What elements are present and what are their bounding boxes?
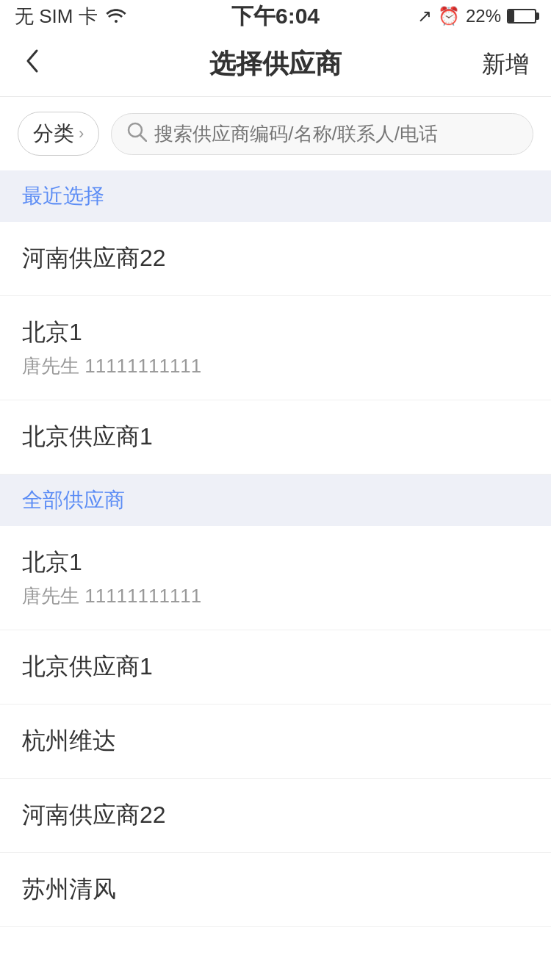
back-button[interactable] bbox=[22, 45, 81, 84]
status-left: 无 SIM 卡 bbox=[15, 4, 127, 29]
item-name: 北京1 bbox=[22, 547, 529, 579]
item-name: 北京供应商1 bbox=[22, 651, 529, 683]
wifi-icon bbox=[105, 5, 127, 28]
item-name: 北京供应商1 bbox=[22, 421, 529, 453]
all-list-item[interactable]: 北京1 唐先生 11111111111 bbox=[0, 526, 551, 630]
item-name: 杭州维达 bbox=[22, 725, 529, 757]
status-bar: 无 SIM 卡 下午6:04 ↗ ⏰ 22% bbox=[0, 0, 551, 32]
all-section-label: 全部供应商 bbox=[22, 489, 125, 511]
svg-line-1 bbox=[140, 135, 146, 141]
alarm-icon: ⏰ bbox=[438, 6, 460, 26]
recent-section-label: 最近选择 bbox=[22, 184, 104, 207]
item-sub: 唐先生 11111111111 bbox=[22, 583, 529, 609]
add-button[interactable]: 新增 bbox=[470, 48, 529, 81]
recent-list: 河南供应商22 北京1 唐先生 11111111111 北京供应商1 bbox=[0, 222, 551, 475]
nav-bar: 选择供应商 新增 bbox=[0, 32, 551, 97]
recent-list-item[interactable]: 北京1 唐先生 11111111111 bbox=[0, 296, 551, 400]
item-name: 河南供应商22 bbox=[22, 242, 529, 275]
all-list: 北京1 唐先生 11111111111 北京供应商1 杭州维达 河南供应商22 … bbox=[0, 526, 551, 927]
page-title: 选择供应商 bbox=[209, 46, 342, 82]
all-section-header: 全部供应商 bbox=[0, 475, 551, 526]
all-list-item[interactable]: 河南供应商22 bbox=[0, 779, 551, 853]
battery-label: 22% bbox=[466, 6, 501, 26]
time-display: 下午6:04 bbox=[231, 1, 320, 32]
status-right: ↗ ⏰ 22% bbox=[417, 6, 536, 26]
carrier-label: 无 SIM 卡 bbox=[15, 4, 98, 29]
search-box bbox=[111, 113, 533, 155]
recent-section-header: 最近选择 bbox=[0, 170, 551, 222]
chevron-right-icon: › bbox=[79, 124, 84, 143]
recent-list-item[interactable]: 北京供应商1 bbox=[0, 400, 551, 475]
all-list-item[interactable]: 北京供应商1 bbox=[0, 630, 551, 705]
battery-icon bbox=[507, 9, 536, 24]
category-button[interactable]: 分类 › bbox=[18, 112, 99, 156]
location-icon: ↗ bbox=[417, 6, 432, 26]
item-name: 河南供应商22 bbox=[22, 799, 529, 832]
item-name: 苏州清风 bbox=[22, 873, 529, 906]
all-list-item[interactable]: 杭州维达 bbox=[0, 705, 551, 779]
item-sub: 唐先生 11111111111 bbox=[22, 353, 529, 379]
search-input[interactable] bbox=[154, 123, 518, 145]
filter-bar: 分类 › bbox=[0, 97, 551, 170]
all-list-item[interactable]: 苏州清风 bbox=[0, 853, 551, 927]
category-label: 分类 bbox=[33, 120, 74, 148]
recent-list-item[interactable]: 河南供应商22 bbox=[0, 222, 551, 296]
search-icon bbox=[126, 121, 147, 147]
item-name: 北京1 bbox=[22, 317, 529, 349]
